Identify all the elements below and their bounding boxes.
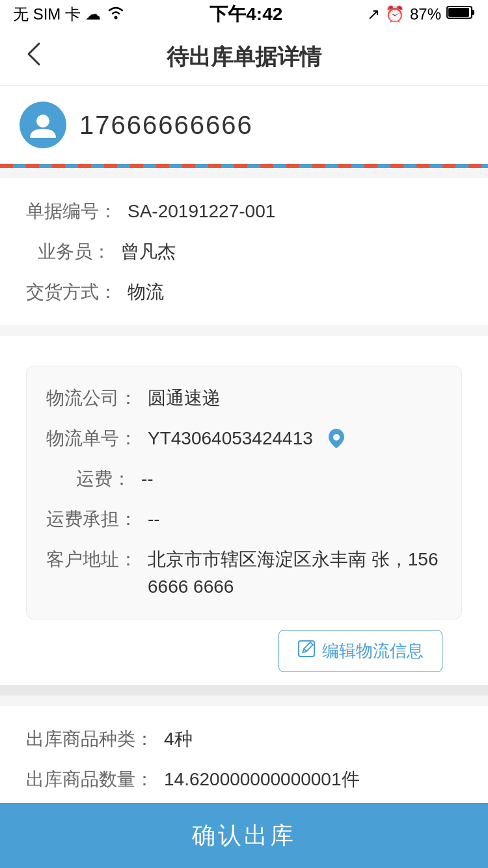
customer-phone: 17666666666: [79, 111, 253, 140]
location-icon[interactable]: [323, 426, 349, 452]
location-status-icon: ↗: [367, 5, 380, 23]
confirm-outbound-label: 确认出库: [192, 820, 296, 852]
delivery-method-row: 交货方式： 物流: [26, 278, 462, 306]
sim-status: 无 SIM 卡 ☁: [13, 4, 101, 25]
status-bar-time: 下午4:42: [210, 2, 282, 27]
svg-rect-2: [472, 10, 474, 15]
back-button[interactable]: [20, 34, 48, 79]
confirm-outbound-button[interactable]: 确认出库: [0, 803, 488, 868]
dashed-divider: [0, 164, 488, 168]
freight-bearer-value: --: [148, 506, 442, 533]
sales-person-row: 业务员： 曾凡杰: [26, 238, 462, 265]
product-types-label: 出库商品种类：: [26, 726, 154, 752]
basic-info-section: 单据编号： SA-20191227-001 业务员： 曾凡杰 交货方式： 物流: [0, 178, 488, 325]
svg-point-4: [36, 115, 49, 128]
address-value: 北京市市辖区海淀区永丰南 张，156 6666 6666: [148, 546, 442, 601]
edit-icon: [297, 640, 316, 662]
svg-point-5: [333, 434, 340, 441]
freight-label: 运费：: [46, 465, 131, 491]
logistics-section: 物流公司： 圆通速递 物流单号： YT43064053424413 运费： --…: [0, 336, 488, 685]
document-number-value: SA-20191227-001: [128, 198, 462, 225]
wifi-icon: [106, 5, 126, 23]
freight-value: --: [141, 465, 442, 493]
battery-icon: [446, 5, 475, 23]
edit-logistics-button[interactable]: 编辑物流信息: [278, 630, 442, 672]
tracking-number-value: YT43064053424413: [148, 425, 442, 452]
sales-person-label: 业务员：: [26, 238, 111, 264]
delivery-method-label: 交货方式：: [26, 278, 117, 305]
tracking-number-label: 物流单号：: [46, 425, 137, 451]
status-bar-left: 无 SIM 卡 ☁: [13, 4, 126, 25]
product-types-value: 4种: [164, 726, 462, 753]
svg-rect-3: [448, 8, 469, 17]
product-types-row: 出库商品种类： 4种: [26, 726, 462, 753]
freight-bearer-row: 运费承担： --: [46, 506, 442, 533]
section-divider: [0, 685, 488, 696]
product-quantity-value: 14.620000000000001件: [164, 766, 462, 793]
status-bar-right: ↗ ⏰ 87%: [367, 5, 475, 23]
customer-header: 17666666666: [0, 86, 488, 164]
freight-row: 运费： --: [46, 465, 442, 493]
tracking-number-row: 物流单号： YT43064053424413: [46, 425, 442, 452]
product-quantity-label: 出库商品数量：: [26, 766, 154, 792]
document-number-label: 单据编号：: [26, 198, 117, 224]
logistics-company-row: 物流公司： 圆通速递: [46, 385, 442, 412]
freight-bearer-label: 运费承担：: [46, 506, 137, 532]
address-row: 客户地址： 北京市市辖区海淀区永丰南 张，156 6666 6666: [46, 546, 442, 601]
document-number-row: 单据编号： SA-20191227-001: [26, 198, 462, 225]
edit-logistics-label: 编辑物流信息: [322, 640, 424, 662]
page-title: 待出库单据详情: [167, 42, 321, 72]
logistics-card: 物流公司： 圆通速递 物流单号： YT43064053424413 运费： --…: [26, 366, 462, 619]
status-bar: 无 SIM 卡 ☁ 下午4:42 ↗ ⏰ 87%: [0, 0, 488, 29]
logistics-company-label: 物流公司：: [46, 385, 137, 411]
battery-status: 87%: [410, 5, 441, 23]
alarm-icon: ⏰: [385, 5, 405, 23]
logistics-company-value: 圆通速递: [148, 385, 442, 412]
delivery-method-value: 物流: [128, 278, 462, 306]
avatar: [20, 102, 66, 148]
product-quantity-row: 出库商品数量： 14.620000000000001件: [26, 766, 462, 793]
svg-point-0: [114, 16, 117, 20]
sales-person-value: 曾凡杰: [121, 238, 462, 265]
edit-logistics-container: 编辑物流信息: [26, 619, 462, 685]
address-label: 客户地址：: [46, 546, 137, 572]
nav-bar: 待出库单据详情: [0, 29, 488, 86]
